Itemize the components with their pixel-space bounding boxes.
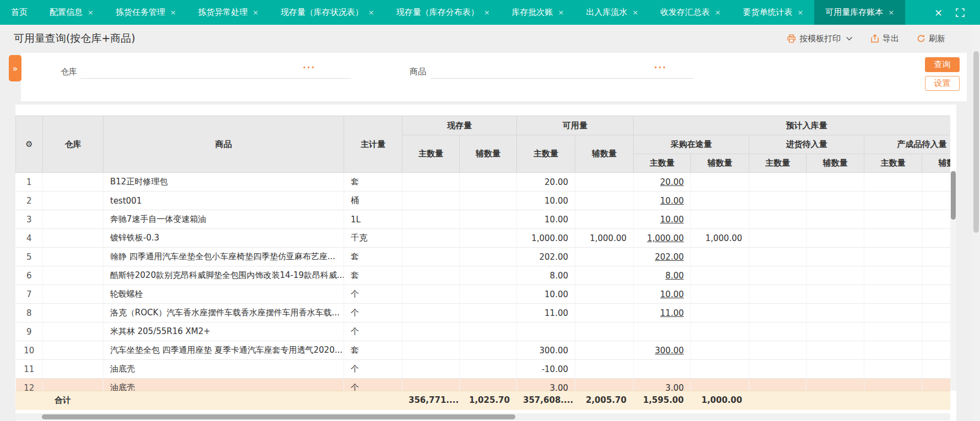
cell-warehouse [43, 304, 104, 322]
column-settings-cell: ⚙ [16, 116, 43, 173]
col-header-finished-aux-qty[interactable]: 辅数量 [922, 154, 951, 173]
nav-tab[interactable]: 首页 [0, 0, 39, 25]
close-all-tabs-icon[interactable]: × [934, 8, 943, 18]
table-row[interactable]: 4镀锌铁板-0.3千克1,000.001,000.001,000.001,000… [16, 229, 951, 248]
fullscreen-icon[interactable] [956, 8, 965, 17]
tab-close-icon[interactable]: × [484, 8, 490, 17]
filter-collapse-handle[interactable]: » [9, 55, 21, 81]
col-header-existing-aux-qty[interactable]: 辅数量 [460, 135, 517, 173]
cell-purchase-main[interactable]: 202.00 [634, 248, 691, 266]
nav-tab[interactable]: 库存批次账× [501, 0, 575, 25]
cell-unit: 个 [344, 379, 402, 391]
table-row[interactable]: 6酷斯特2020款别克昂科威脚垫全包围内饰改装14-19款昂科威...套8.00… [16, 266, 951, 285]
col-header-finished-main-qty[interactable]: 主数量 [864, 154, 922, 173]
settings-button[interactable]: 设置 [925, 76, 960, 91]
nav-tab[interactable]: 拣货异常处理× [187, 0, 270, 25]
table-row[interactable]: 9米其林 205/55R16 XM2+个 [16, 322, 951, 341]
tab-close-icon[interactable]: × [632, 8, 638, 17]
table-row[interactable]: 7轮毂螺栓个10.0010.00 [16, 285, 951, 304]
cell-purchase-main[interactable]: 10.00 [634, 210, 691, 229]
table-row[interactable]: 5翰静 四季通用汽车坐垫全包小车座椅垫四季垫仿亚麻布艺座...套202.0020… [16, 248, 951, 266]
cell-purchase-main[interactable]: 20.00 [634, 173, 691, 192]
cell-incoming-aux [807, 360, 864, 379]
print-dropdown-chevron-icon[interactable] [846, 36, 853, 41]
cell-purchase-main[interactable]: 8.00 [634, 266, 691, 285]
cell-finished-aux [922, 285, 951, 304]
nav-tab[interactable]: 配置信息× [39, 0, 105, 25]
export-button[interactable]: 导出 [870, 34, 899, 44]
cell-existing-aux [460, 192, 517, 210]
cell-available-aux [575, 285, 634, 304]
tab-close-icon[interactable]: × [888, 8, 894, 17]
col-header-product[interactable]: 商品 [104, 116, 344, 173]
cell-incoming-aux [807, 322, 864, 341]
cell-purchase-main[interactable]: 11.00 [634, 304, 691, 322]
cell-num: 5 [16, 248, 43, 266]
nav-tab[interactable]: 现存量（库存状况表）× [270, 0, 385, 25]
cell-purchase-main[interactable]: 3.00 [634, 379, 691, 391]
col-group-incoming-pending[interactable]: 进货待入量 [749, 135, 864, 154]
tab-close-icon[interactable]: × [170, 8, 176, 17]
tab-close-icon[interactable]: × [253, 8, 259, 17]
tab-close-icon[interactable]: × [797, 8, 803, 17]
warehouse-picker-ellipsis-button[interactable]: ··· [303, 63, 315, 73]
col-header-incoming-main-qty[interactable]: 主数量 [749, 154, 807, 173]
cell-incoming-aux [807, 341, 864, 360]
col-header-available-aux-qty[interactable]: 辅数量 [575, 135, 634, 173]
refresh-button[interactable]: 刷新 [917, 34, 945, 44]
col-header-existing-main-qty[interactable]: 主数量 [402, 135, 460, 173]
cell-incoming-aux [807, 285, 864, 304]
tab-close-icon[interactable]: × [558, 8, 564, 17]
cell-existing-aux [460, 285, 517, 304]
product-picker-ellipsis-button[interactable]: ··· [654, 63, 667, 73]
cell-finished-main [864, 266, 922, 285]
nav-tab[interactable]: 收发存汇总表× [649, 0, 732, 25]
table-row[interactable]: 3奔驰7速手自一体变速箱油1L10.0010.00 [16, 210, 951, 229]
table-row[interactable]: 11油底壳个-10.00 [16, 360, 951, 379]
cell-incoming-main [749, 285, 807, 304]
col-group-purchase-transit[interactable]: 采购在途量 [634, 135, 749, 154]
page-scrollbar-thumb[interactable] [973, 51, 979, 233]
table-row[interactable]: 2test001桶10.0010.00 [16, 192, 951, 210]
col-group-finished-pending[interactable]: 产成品待入量 [864, 135, 951, 154]
col-group-expected-inbound[interactable]: 预计入库量 [634, 116, 951, 135]
table-row[interactable]: 1B12正时修理包套20.0020.00 [16, 173, 951, 192]
cell-available-main: 10.00 [517, 210, 575, 229]
cell-purchase-main[interactable]: 300.00 [634, 341, 691, 360]
col-header-purchase-main-qty[interactable]: 主数量 [634, 154, 691, 173]
cell-incoming-aux [807, 173, 864, 192]
gear-icon[interactable]: ⚙ [25, 139, 32, 149]
col-header-purchase-aux-qty[interactable]: 辅数量 [691, 154, 749, 173]
cell-num: 12 [16, 379, 43, 391]
nav-tab[interactable]: 现存量（库存分布表）× [385, 0, 501, 25]
cell-purchase-main[interactable]: 1,000.00 [634, 229, 691, 248]
query-button[interactable]: 查询 [925, 57, 960, 72]
nav-tab[interactable]: 拣货任务管理× [105, 0, 187, 25]
col-header-warehouse[interactable]: 仓库 [43, 116, 104, 173]
col-header-incoming-aux-qty[interactable]: 辅数量 [807, 154, 864, 173]
print-by-template-button[interactable]: 按模板打印 [787, 34, 841, 44]
cell-existing-aux [460, 210, 517, 229]
nav-tab[interactable]: 出入库流水× [575, 0, 649, 25]
tab-close-icon[interactable]: × [88, 8, 94, 17]
cell-purchase-main[interactable]: 10.00 [634, 285, 691, 304]
table-row[interactable]: 12油底壳个3.003.00 [16, 379, 951, 391]
nav-tab[interactable]: 可用量库存账本× [814, 0, 905, 25]
col-header-main-unit[interactable]: 主计量 [344, 116, 402, 173]
col-header-available-main-qty[interactable]: 主数量 [517, 135, 575, 173]
table-row[interactable]: 8洛克（ROCK）汽车香水座摆件车载香水座摆件车用香水车载...个11.0011… [16, 304, 951, 322]
nav-tab[interactable]: 要货单统计表× [732, 0, 814, 25]
horizontal-scrollbar-thumb[interactable] [42, 414, 515, 419]
cell-existing-main [402, 360, 460, 379]
tab-close-icon[interactable]: × [715, 8, 721, 17]
tab-close-icon[interactable]: × [368, 8, 374, 17]
total-finished-main [864, 391, 922, 410]
refresh-icon [917, 34, 925, 43]
cell-purchase-main[interactable]: 10.00 [634, 192, 691, 210]
col-group-available-qty[interactable]: 可用量 [517, 116, 634, 135]
col-group-existing-qty[interactable]: 现存量 [402, 116, 517, 135]
table-row[interactable]: 10汽车坐垫全包 四季通用座垫 夏季卡通汽车座套专用透气2020...套300.… [16, 341, 951, 360]
vertical-scrollbar-thumb[interactable] [951, 171, 956, 220]
cell-unit: 千克 [344, 229, 402, 248]
cell-product: B12正时修理包 [104, 173, 344, 192]
